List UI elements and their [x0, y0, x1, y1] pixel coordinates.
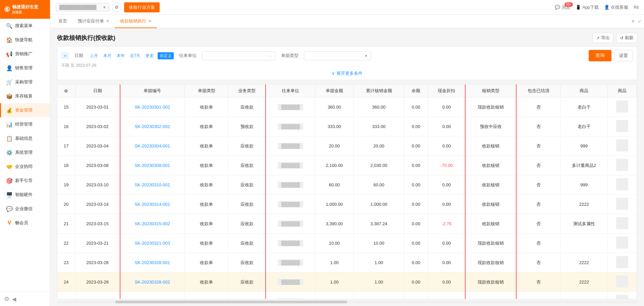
expand-label: 展开更多条件: [336, 71, 363, 76]
online-service-button[interactable]: 👤 在线客服: [604, 4, 628, 10]
tab-prepay[interactable]: 预计应应付单 ✕: [72, 15, 115, 28]
export-button[interactable]: ↗ 导出: [592, 33, 613, 43]
cell-accum-verify: 1.00: [354, 272, 404, 292]
cell-accum-verify: 333.00: [354, 117, 404, 136]
date-more[interactable]: 更多: [144, 52, 155, 59]
cell-verify-type: 收款核销: [465, 214, 516, 234]
date-last-month[interactable]: 上月: [89, 52, 99, 59]
refresh-button[interactable]: ↺ 刷新: [616, 33, 637, 43]
cell-cash-discount: 0.00: [428, 292, 466, 300]
cell-goods: 老白干: [560, 98, 607, 117]
cell-cash-discount: 0.00: [428, 117, 466, 136]
sidebar-item-hardware[interactable]: 🖥️ 智能硬件: [0, 188, 50, 202]
col-header-date: 日期: [75, 84, 120, 98]
tab-verify[interactable]: 收款核销执行 ✕: [115, 15, 157, 28]
settings-gear-icon[interactable]: ⚙: [4, 295, 9, 303]
workspace-select[interactable]: ████████████ ▾: [56, 3, 109, 11]
filter-settings-button[interactable]: 设置: [614, 50, 633, 61]
doc-type-select[interactable]: ▾: [304, 51, 371, 60]
sidebar-label-operations: 经营管理: [15, 121, 33, 127]
cell-partner: ██████: [266, 195, 315, 214]
cell-order-no: SK-20230301-002: [120, 98, 185, 117]
order-link[interactable]: SK-20230304-001: [135, 143, 170, 148]
cell-goods-img: [608, 234, 637, 253]
app-download-button[interactable]: 📱 App下载: [576, 4, 599, 10]
sidebar-item-marketing[interactable]: 📢 营销推广: [0, 47, 50, 61]
close-all-icon[interactable]: ✕: [631, 19, 635, 24]
chevron-down-doc-type-icon: ▾: [365, 53, 367, 58]
maximize-icon[interactable]: ⤢: [638, 19, 641, 24]
order-link[interactable]: SK-20230328-001: [135, 260, 170, 265]
table-row: 15 2023-03-01 SK-20230301-002 收款单 应收款 ██…: [57, 98, 637, 117]
tab-home-label: 首页: [58, 18, 67, 24]
tab-prepay-close[interactable]: ✕: [106, 19, 109, 23]
order-link[interactable]: SK-20230315-002: [135, 221, 170, 226]
order-link[interactable]: SK-20230331-002: [135, 299, 170, 299]
sidebar-item-company[interactable]: 🤝 企业协同: [0, 160, 50, 174]
date-this-year[interactable]: 本年: [115, 52, 126, 59]
sidebar-item-quick-nav[interactable]: 🏠 快捷导航: [0, 33, 50, 47]
order-link[interactable]: SK-20230308-001: [135, 163, 170, 168]
table-row: 24 2023-03-28 SK-20230328-002 收款单 应收款 ██…: [57, 272, 637, 292]
cell-doc-type: 收款单: [184, 195, 228, 214]
expand-conditions-button[interactable]: ∨ 展开更多条件: [61, 70, 633, 76]
inventory-icon: 📦: [6, 93, 12, 99]
date-7days[interactable]: 近7天: [129, 52, 142, 59]
cell-goods: 老白干: [560, 117, 607, 136]
cell-order-no: SK-20230328-001: [120, 253, 185, 272]
notification-button[interactable]: 💬 消息 99+: [555, 4, 570, 10]
cell-balance: 0.00: [404, 117, 428, 136]
cell-order-no: SK-20230308-001: [120, 156, 185, 175]
cell-balance: 0.00: [404, 253, 428, 272]
cell-order-no: SK-20230321-003: [120, 234, 185, 253]
table-row: 21 2023-03-15 SK-20230315-002 收款单 应收款 ██…: [57, 214, 637, 234]
horizontal-scrollbar[interactable]: [57, 301, 637, 303]
order-link[interactable]: SK-20230301-002: [135, 105, 170, 110]
cell-goods: 999: [560, 175, 607, 195]
cell-doc-type: 收款单: [184, 175, 228, 195]
sidebar-item-purchase[interactable]: 🛒 采购管理: [0, 75, 50, 89]
date-custom[interactable]: 自定义: [158, 52, 174, 59]
cell-seq: 21: [57, 214, 75, 234]
sidebar-item-inventory[interactable]: 📦 库存核算: [0, 89, 50, 103]
date-this-month[interactable]: 本月: [102, 52, 113, 59]
industry-solution-button[interactable]: 体验行业方案: [124, 2, 160, 12]
order-link[interactable]: SK-20230302-002: [135, 124, 170, 129]
sidebar-item-operations[interactable]: 📊 经营管理: [0, 117, 50, 131]
order-link[interactable]: SK-20230321-003: [135, 241, 170, 246]
scrollbar-thumb[interactable]: [115, 301, 347, 303]
partner-input[interactable]: ···: [202, 51, 276, 60]
tab-home[interactable]: 首页: [53, 15, 72, 28]
sidebar-item-wechat[interactable]: 💬 企业微信: [0, 202, 50, 216]
cell-verify-type: 收款核销: [465, 175, 516, 195]
cell-accum-verify: -2,430.00: [354, 292, 404, 300]
order-link[interactable]: SK-20230310-001: [135, 182, 170, 187]
tab-verify-close[interactable]: ✕: [148, 19, 152, 23]
query-button[interactable]: 查询: [589, 50, 611, 61]
hardware-icon: 🖥️: [6, 192, 12, 198]
sidebar-item-member[interactable]: V 畅会员: [0, 216, 50, 230]
cell-partner: ██████: [266, 272, 315, 292]
cell-include-settled: 否: [516, 292, 560, 300]
cell-balance: 0.00: [404, 195, 428, 214]
sidebar-label-basic: 基础信息: [15, 135, 33, 141]
filter-expand-button[interactable]: »: [61, 52, 69, 59]
collapse-icon[interactable]: ◀: [12, 296, 16, 302]
partner-dots[interactable]: ···: [267, 53, 272, 58]
sidebar-item-search[interactable]: 🔍 搜索菜单: [0, 19, 50, 33]
order-link[interactable]: SK-20230314-001: [135, 202, 170, 207]
col-header-cash-discount: 现金折扣: [428, 84, 466, 98]
col-header-gear[interactable]: ⚙: [57, 84, 75, 98]
cell-cash-discount: 0.00: [428, 136, 466, 156]
table-row: 16 2023-03-02 SK-20230302-002 收款单 预收款 ██…: [57, 117, 637, 136]
cell-biz-type: 应收款: [228, 214, 266, 234]
gear-button[interactable]: ⚙: [112, 3, 121, 12]
cell-goods-img: [608, 214, 637, 234]
sidebar-item-sales[interactable]: 👤 销售管理: [0, 61, 50, 75]
order-link[interactable]: SK-20230328-002: [135, 280, 170, 285]
sidebar-item-system[interactable]: ⚙️ 系统管理: [0, 145, 50, 160]
sidebar-item-finance[interactable]: 💰 资金管理: [0, 103, 50, 117]
sidebar-item-basic[interactable]: 📋 基础信息: [0, 131, 50, 145]
cell-cash-discount: 0.00: [428, 195, 466, 214]
sidebar-item-guide[interactable]: 🎯 新手引导: [0, 174, 50, 188]
